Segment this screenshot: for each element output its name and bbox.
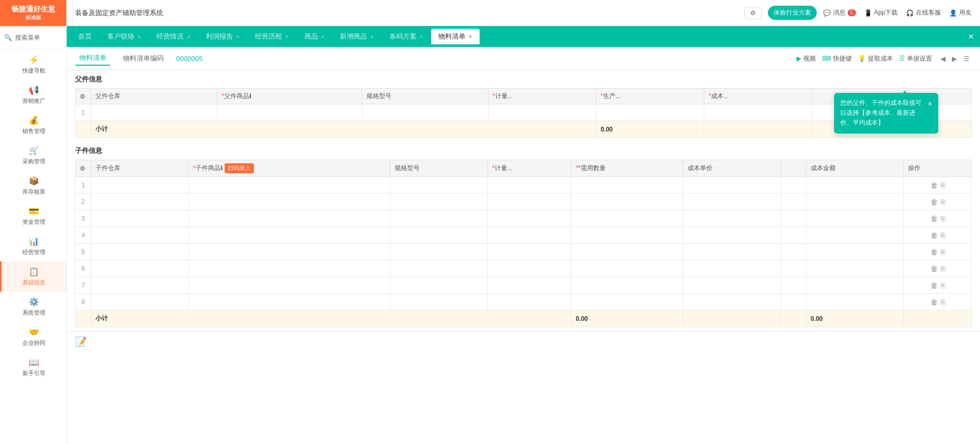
- sidebar-item-inventory[interactable]: 📦 库存核算: [0, 171, 66, 201]
- copy-icon[interactable]: ⎘: [941, 281, 945, 290]
- sidebar-item-cooperation[interactable]: 🤝 企业协同: [0, 322, 66, 352]
- child-spec-cell[interactable]: [390, 210, 487, 227]
- child-spec-cell[interactable]: [390, 260, 487, 277]
- tab-close-icon[interactable]: ×: [321, 33, 324, 40]
- sidebar-item-guide[interactable]: 📖 新手引导: [0, 352, 66, 382]
- sidebar-item-basic-info[interactable]: 📋 基础信息: [0, 261, 66, 292]
- child-spec-cell[interactable]: [390, 244, 487, 260]
- sidebar-item-quick-nav[interactable]: ⚡ 快捷导航: [0, 50, 66, 80]
- child-goods-cell[interactable]: [189, 210, 390, 227]
- copy-icon[interactable]: ⎘: [941, 198, 945, 206]
- settings-button[interactable]: ⚙: [744, 7, 762, 19]
- child-price-cell[interactable]: [683, 244, 780, 260]
- close-all-tabs[interactable]: ×: [966, 29, 976, 44]
- child-price-cell[interactable]: [683, 227, 780, 244]
- next-arrow[interactable]: ▶: [950, 54, 959, 64]
- tab-operations[interactable]: 经营情况 ×: [149, 29, 197, 44]
- tab-history[interactable]: 经营历程 ×: [248, 29, 296, 44]
- delete-icon[interactable]: 🗑: [930, 265, 938, 273]
- trial-button[interactable]: 体验行业方案: [768, 6, 817, 20]
- child-qty-cell[interactable]: [571, 177, 683, 194]
- child-unit-cell[interactable]: [487, 244, 571, 260]
- sidebar-item-finance[interactable]: 💳 资金管理: [0, 201, 66, 231]
- tooltip-close-button[interactable]: ×: [928, 98, 932, 110]
- message-action[interactable]: 💬 消息 6: [823, 8, 856, 17]
- child-goods-cell[interactable]: [189, 244, 390, 260]
- parent-cost-cell[interactable]: [704, 104, 812, 121]
- parent-goods-cell[interactable]: [217, 104, 362, 121]
- tab-close-icon[interactable]: ×: [285, 33, 288, 40]
- tab-home[interactable]: 首页: [71, 29, 99, 44]
- tab-barcode[interactable]: 条码方案 ×: [382, 29, 430, 44]
- delete-icon[interactable]: 🗑: [930, 281, 938, 290]
- child-qty-cell[interactable]: [571, 260, 683, 277]
- child-warehouse-cell[interactable]: [91, 260, 189, 277]
- child-unit-cell[interactable]: [487, 177, 571, 194]
- child-qty-cell[interactable]: [571, 194, 683, 210]
- child-price-cell[interactable]: [683, 260, 780, 277]
- child-spec-cell[interactable]: [390, 177, 487, 194]
- child-warehouse-cell[interactable]: [91, 294, 189, 310]
- tab-bom[interactable]: 物料清单 ×: [431, 29, 479, 44]
- child-col-settings[interactable]: ⚙: [76, 160, 91, 177]
- sidebar-item-operations[interactable]: 📊 经营管理: [0, 231, 66, 261]
- child-goods-cell[interactable]: [189, 194, 390, 210]
- child-qty-cell[interactable]: [571, 244, 683, 260]
- child-warehouse-cell[interactable]: [91, 227, 189, 244]
- child-spec-cell[interactable]: [390, 227, 487, 244]
- copy-icon[interactable]: ⎘: [941, 298, 945, 306]
- tab-new-goods[interactable]: 新增商品 ×: [333, 29, 381, 44]
- sidebar-item-marketing[interactable]: 📢 营销推广: [0, 80, 66, 110]
- child-price-cell[interactable]: [683, 177, 780, 194]
- child-qty-cell[interactable]: [571, 210, 683, 227]
- sidebar-item-system[interactable]: ⚙️ 系统管理: [0, 292, 66, 322]
- tab-close-icon[interactable]: ×: [236, 33, 239, 40]
- child-unit-cell[interactable]: [487, 294, 571, 310]
- child-warehouse-cell[interactable]: [91, 244, 189, 260]
- child-spec-cell[interactable]: [390, 194, 487, 210]
- sidebar-item-sales[interactable]: 💰 销售管理: [0, 110, 66, 140]
- video-action[interactable]: ▶ 视频: [797, 54, 816, 63]
- tab-goods[interactable]: 商品 ×: [297, 29, 332, 44]
- user-action[interactable]: 👤 用友: [949, 8, 972, 17]
- child-unit-cell[interactable]: [487, 210, 571, 227]
- child-qty-cell[interactable]: [571, 294, 683, 310]
- child-spec-cell[interactable]: [390, 277, 487, 294]
- tab-close-icon[interactable]: ×: [420, 33, 423, 40]
- child-warehouse-cell[interactable]: [91, 210, 189, 227]
- child-unit-cell[interactable]: [487, 194, 571, 210]
- sub-tab-bom[interactable]: 物料清单: [75, 51, 111, 66]
- child-warehouse-cell[interactable]: [91, 277, 189, 294]
- child-qty-cell[interactable]: [571, 227, 683, 244]
- child-goods-cell[interactable]: [189, 277, 390, 294]
- delete-icon[interactable]: 🗑: [930, 181, 938, 189]
- tab-close-icon[interactable]: ×: [138, 33, 141, 40]
- delete-icon[interactable]: 🗑: [930, 248, 938, 256]
- delete-icon[interactable]: 🗑: [930, 231, 938, 239]
- child-warehouse-cell[interactable]: [91, 194, 189, 210]
- tab-close-icon[interactable]: ×: [370, 33, 373, 40]
- prev-arrow[interactable]: ◀: [938, 54, 948, 64]
- tab-customer[interactable]: 客户联络 ×: [100, 29, 148, 44]
- child-goods-cell[interactable]: [189, 260, 390, 277]
- sidebar-item-purchase[interactable]: 🛒 采购管理: [0, 140, 66, 171]
- parent-warehouse-cell[interactable]: [91, 104, 217, 121]
- parent-unit-cell[interactable]: [488, 104, 596, 121]
- sidebar-search[interactable]: 🔍 搜索菜单: [0, 26, 66, 50]
- child-goods-cell[interactable]: [189, 177, 390, 194]
- online-service-action[interactable]: 🎧 在线客服: [906, 8, 941, 17]
- child-spec-cell[interactable]: [390, 294, 487, 310]
- copy-icon[interactable]: ⎘: [941, 231, 945, 239]
- search-menu-button[interactable]: 🔍 搜索菜单: [4, 30, 62, 45]
- child-unit-cell[interactable]: [487, 227, 571, 244]
- copy-icon[interactable]: ⎘: [941, 248, 945, 256]
- parent-col-settings[interactable]: ⚙: [76, 89, 91, 104]
- child-price-cell[interactable]: [683, 194, 780, 210]
- child-price-cell[interactable]: [683, 210, 780, 227]
- doc-settings-action[interactable]: ☰ 单据设置: [899, 54, 932, 63]
- child-unit-cell[interactable]: [487, 277, 571, 294]
- tab-profit[interactable]: 利润报告 ×: [199, 29, 247, 44]
- child-warehouse-cell[interactable]: [91, 177, 189, 194]
- child-price-cell[interactable]: [683, 294, 780, 310]
- child-goods-cell[interactable]: [189, 294, 390, 310]
